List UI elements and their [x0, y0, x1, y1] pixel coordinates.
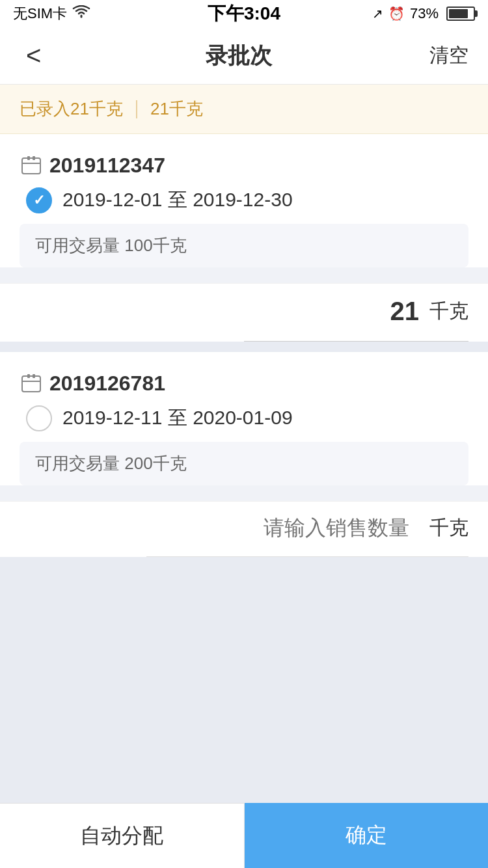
svg-rect-5 — [27, 374, 30, 378]
battery-icon — [446, 7, 475, 21]
batch2-date: 2019-12-11 至 2020-01-09 — [62, 405, 293, 431]
batch1-amount-value: 21 — [390, 297, 420, 326]
batch1-date: 2019-12-01 至 2019-12-30 — [62, 187, 293, 213]
total-amount: 21千克 — [150, 98, 203, 120]
wifi-icon — [72, 5, 90, 22]
batch2-id: 2019126781 — [49, 372, 165, 396]
empty-area — [0, 557, 488, 817]
status-time: 下午3:04 — [208, 1, 280, 26]
batch2-radio[interactable] — [26, 405, 52, 431]
batch2-header: 2019126781 — [20, 372, 468, 396]
quantity-input[interactable] — [20, 516, 419, 540]
batch1-id: 2019112347 — [49, 154, 165, 178]
batch-item-2: 2019126781 2019-12-11 至 2020-01-09 可用交易量… — [0, 352, 488, 485]
location-icon: ↗ — [372, 6, 383, 21]
section-divider — [0, 342, 488, 352]
carrier-text: 无SIM卡 — [13, 4, 67, 23]
svg-rect-2 — [33, 156, 35, 160]
batch1-radio[interactable] — [26, 187, 52, 213]
batch2-icon — [20, 372, 43, 396]
batch-item-1: 2019112347 2019-12-01 至 2019-12-30 可用交易量… — [0, 134, 488, 267]
info-banner: 已录入21千克 21千克 — [0, 85, 488, 134]
batch1-date-row: 2019-12-01 至 2019-12-30 — [20, 187, 468, 213]
entered-amount: 已录入21千克 — [20, 98, 123, 120]
clear-button[interactable]: 清空 — [429, 42, 468, 69]
svg-rect-1 — [27, 156, 30, 160]
status-bar: 无SIM卡 下午3:04 ↗ ⏰ 73% — [0, 0, 488, 27]
banner-divider — [136, 100, 137, 118]
batch2-available: 可用交易量 200千克 — [20, 442, 468, 485]
nav-bar: < 录批次 清空 — [0, 27, 488, 85]
batch2-date-row: 2019-12-11 至 2020-01-09 — [20, 405, 468, 431]
alarm-icon: ⏰ — [388, 6, 405, 21]
svg-rect-0 — [22, 158, 40, 174]
svg-rect-4 — [22, 376, 40, 392]
batch1-amount-unit: 千克 — [429, 298, 468, 325]
confirm-button[interactable]: 确定 — [245, 803, 489, 868]
batch2-unit: 千克 — [429, 515, 468, 541]
bottom-bar: 自动分配 确定 — [0, 803, 488, 868]
batch1-amount-row: 21 千克 — [0, 283, 488, 342]
back-button[interactable]: < — [20, 34, 47, 77]
batch1-available: 可用交易量 100千克 — [20, 224, 468, 267]
status-left: 无SIM卡 — [13, 4, 90, 23]
page-title: 录批次 — [206, 41, 272, 71]
status-right: ↗ ⏰ 73% — [372, 5, 475, 22]
batch1-icon — [20, 154, 43, 178]
battery-percent: 73% — [410, 5, 439, 22]
svg-rect-6 — [33, 374, 35, 378]
auto-distribute-button[interactable]: 自动分配 — [0, 803, 245, 868]
batch1-header: 2019112347 — [20, 154, 468, 178]
batch2-input-row: 千克 — [0, 501, 488, 557]
